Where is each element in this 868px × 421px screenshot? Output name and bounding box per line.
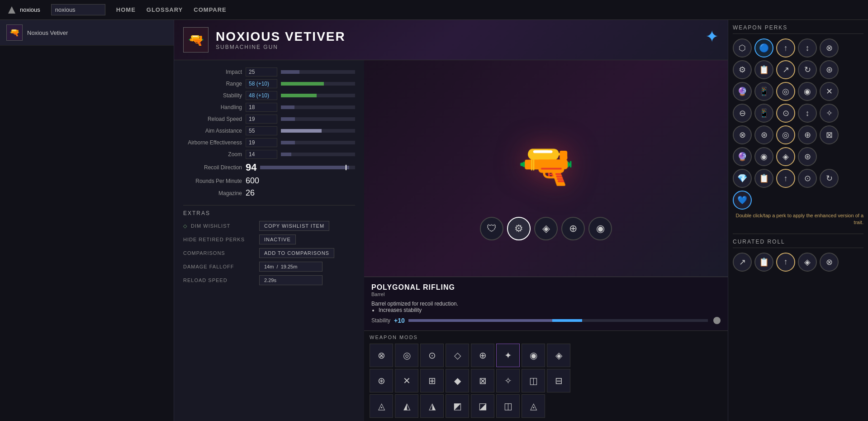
perk-slot-1[interactable]: ⚙ — [507, 217, 531, 240]
perk-3-4[interactable]: ◉ — [798, 82, 817, 101]
mod-icon-18[interactable]: ◮ — [420, 394, 444, 418]
search-input[interactable] — [51, 4, 105, 15]
perk-2-3[interactable]: ↗ — [776, 60, 795, 79]
stat-label-impact: Impact — [183, 69, 242, 75]
perk-1-3[interactable]: ↑ — [776, 38, 795, 57]
mod-icon-21[interactable]: ◫ — [496, 394, 520, 418]
mod-icon-1[interactable]: ◎ — [395, 344, 418, 367]
mod-icon-14[interactable]: ◫ — [522, 369, 545, 392]
mod-icon-3[interactable]: ◇ — [446, 344, 469, 367]
stat-label-aim-assistance: Aim Assistance — [183, 128, 242, 134]
mod-icon-13[interactable]: ✧ — [496, 369, 520, 392]
perk-3-5[interactable]: ✕ — [820, 82, 839, 101]
mod-icon-15[interactable]: ⊟ — [547, 369, 570, 392]
retired-status-button[interactable]: INACTIVE — [259, 234, 296, 244]
curated-perk-row: ↗ 📋 ↑ ◈ ⊗ — [733, 253, 863, 272]
perk-6-3[interactable]: ◈ — [776, 147, 795, 166]
perk-5-4[interactable]: ⊕ — [798, 125, 817, 144]
stat-row-aim-assistance: Aim Assistance 55 — [183, 126, 355, 135]
nav-glossary[interactable]: GLOSSARY — [147, 6, 183, 13]
mod-icon-11[interactable]: ◆ — [446, 369, 469, 392]
perk-2-1[interactable]: ⚙ — [733, 60, 752, 79]
mod-icon-9[interactable]: ✕ — [395, 369, 418, 392]
perk-6-2[interactable]: ◉ — [754, 147, 773, 166]
stat-bar-fill-reload-speed — [281, 117, 295, 121]
mod-icon-4[interactable]: ⊕ — [471, 344, 494, 367]
stat-bar-range — [281, 82, 355, 86]
stat-row-recoil: Recoil Direction 94 — [183, 162, 355, 173]
stat-bar-handling — [281, 105, 355, 109]
perk-4-2[interactable]: 📱 — [754, 104, 773, 123]
reload-value-input[interactable] — [259, 275, 323, 285]
perks-panel-title: WEAPON PERKS — [733, 24, 863, 34]
perk-6-4[interactable]: ⊛ — [798, 147, 817, 166]
stat-bar-stability — [281, 94, 355, 97]
stat-bar-recoil — [260, 166, 355, 169]
perk-8-1[interactable]: 💙 — [733, 191, 752, 210]
falloff-value-input[interactable] — [259, 262, 323, 272]
extras-label-wishlist: ◇ DIM WISHLIST — [183, 223, 256, 229]
stat-value-reload-speed: 19 — [246, 115, 277, 124]
curated-perk-4[interactable]: ◈ — [798, 253, 817, 272]
perk-4-4[interactable]: ↕ — [798, 104, 817, 123]
nav-home[interactable]: HOME — [116, 6, 136, 13]
mod-icon-16[interactable]: ◬ — [370, 394, 393, 418]
mod-icon-0[interactable]: ⊗ — [370, 344, 393, 367]
perk-5-2[interactable]: ⊛ — [754, 125, 773, 144]
mod-icon-6[interactable]: ◉ — [522, 344, 545, 367]
perk-slot-4[interactable]: ◉ — [588, 217, 612, 240]
stat-value-airborne: 19 — [246, 138, 277, 147]
mod-icon-5[interactable]: ✦ — [496, 344, 520, 367]
extras-label-reload: RELOAD SPEED — [183, 277, 256, 283]
perk-2-4[interactable]: ↻ — [798, 60, 817, 79]
mod-icon-17[interactable]: ◭ — [395, 394, 418, 418]
perk-slot-3[interactable]: ⊕ — [561, 217, 585, 240]
perk-1-5[interactable]: ⊗ — [820, 38, 839, 57]
curated-perk-2[interactable]: 📋 — [754, 253, 773, 272]
perk-2-5[interactable]: ⊛ — [820, 60, 839, 79]
curated-perk-5[interactable]: ⊗ — [820, 253, 839, 272]
perk-4-1[interactable]: ⊖ — [733, 104, 752, 123]
curated-perk-3[interactable]: ↑ — [776, 253, 795, 272]
perk-7-5[interactable]: ↻ — [820, 169, 839, 188]
perk-3-2[interactable]: 📱 — [754, 82, 773, 101]
wishlist-copy-button[interactable]: COPY WISHLIST ITEM — [259, 221, 329, 231]
perk-7-1[interactable]: 💎 — [733, 169, 752, 188]
perk-5-5[interactable]: ⊠ — [820, 125, 839, 144]
perk-5-1[interactable]: ⊗ — [733, 125, 752, 144]
tooltip-stat-plus: +10 — [394, 317, 405, 324]
perk-1-1[interactable]: ⬡ — [733, 38, 752, 57]
mod-icon-2[interactable]: ⊙ — [420, 344, 444, 367]
sidebar-item-noxious-vetiver[interactable]: 🔫 Noxious Vetiver — [0, 20, 174, 46]
perk-2-2[interactable]: 📋 — [754, 60, 773, 79]
perk-1-2[interactable]: 🔵 — [754, 38, 773, 57]
mod-icon-7[interactable]: ◈ — [547, 344, 570, 367]
mod-icon-22[interactable]: ◬ — [522, 394, 545, 418]
stat-bar-fill-handling — [281, 105, 294, 109]
mod-icon-12[interactable]: ⊠ — [471, 369, 494, 392]
mod-icon-19[interactable]: ◩ — [446, 394, 469, 418]
mod-icon-20[interactable]: ◪ — [471, 394, 494, 418]
perk-3-3[interactable]: ◎ — [776, 82, 795, 101]
nav-compare[interactable]: COMPARE — [194, 6, 226, 13]
curated-perk-1[interactable]: ↗ — [733, 253, 752, 272]
weapon-mods-section: WEAPON MODS ⊗ ◎ ⊙ ◇ ⊕ ✦ ◉ ◈ ⊛ ✕ ⊞ ◆ — [364, 330, 728, 421]
perk-slot-0[interactable]: 🛡 — [480, 217, 503, 240]
perk-slot-2[interactable]: ◈ — [534, 217, 558, 240]
perk-4-5[interactable]: ✧ — [820, 104, 839, 123]
perk-4-3[interactable]: ⊙ — [776, 104, 795, 123]
add-to-comparisons-button[interactable]: ADD TO COMPARISONS — [259, 248, 334, 258]
mod-icon-8[interactable]: ⊛ — [370, 369, 393, 392]
curated-roll-title: CURATED ROLL — [733, 239, 863, 248]
perk-7-2[interactable]: 📋 — [754, 169, 773, 188]
perk-6-1[interactable]: 🔮 — [733, 147, 752, 166]
tooltip-slider-handle[interactable] — [713, 317, 721, 324]
perk-1-4[interactable]: ↕ — [798, 38, 817, 57]
mod-icon-10[interactable]: ⊞ — [420, 369, 444, 392]
perk-7-3[interactable]: ↑ — [776, 169, 795, 188]
perk-3-1[interactable]: 🔮 — [733, 82, 752, 101]
perk-7-4[interactable]: ⊙ — [798, 169, 817, 188]
perks-panel: WEAPON PERKS ⬡ 🔵 ↑ ↕ ⊗ ⚙ 📋 ↗ ↻ ⊛ 🔮 📱 ◎ ◉… — [728, 20, 868, 421]
perk-slots-row: 🛡 ⚙ ◈ ⊕ ◉ — [480, 217, 612, 240]
perk-5-3[interactable]: ◎ — [776, 125, 795, 144]
